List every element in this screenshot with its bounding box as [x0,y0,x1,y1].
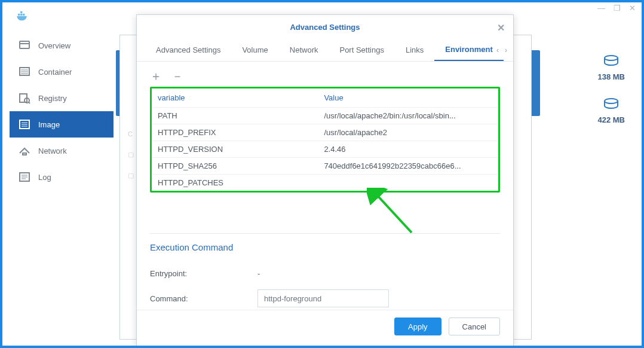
sidebar-item-label: Network [38,146,67,155]
docker-whale-icon [16,10,31,25]
execution-command-title: Execution Command [150,242,500,252]
env-variable: HTTPD_SHA256 [152,158,318,175]
disk-size-label: 138 MB [597,72,625,81]
svg-point-22 [605,56,618,60]
cancel-button[interactable]: Cancel [449,318,500,335]
sidebar-item-overview[interactable]: Overview [10,32,114,59]
command-input[interactable] [257,289,389,307]
modal-title: Advanced Settings [290,23,360,32]
svg-rect-1 [20,14,22,16]
env-variable: HTTPD_VERSION [152,141,318,158]
log-icon [18,170,31,184]
disk-size-label: 422 MB [597,115,625,124]
underlying-panel-content: C▢▢ [128,130,134,179]
env-header-value[interactable]: Value [318,88,498,108]
svg-line-12 [29,102,30,103]
storage-disk-0: 138 MB [597,55,625,81]
sidebar-item-image[interactable]: Image [10,111,114,138]
env-row[interactable]: HTTPD_PREFIX /usr/local/apache2 [152,124,498,141]
env-table-highlight: variable Value PATH /usr/local/apache2/b… [150,87,500,193]
svg-rect-17 [23,153,26,155]
sidebar-item-label: Registry [38,94,67,103]
tabs-scroll-right-icon[interactable]: › [505,46,507,54]
window-maximize-button[interactable]: ❐ [614,4,621,11]
tab-advanced-settings[interactable]: Advanced Settings [145,39,231,61]
sidebar-item-label: Overview [38,41,70,50]
env-header-variable[interactable]: variable [152,88,318,108]
disk-icon [603,98,620,113]
tab-network[interactable]: Network [279,39,329,61]
entrypoint-value: - [257,269,260,278]
command-label: Command: [150,294,257,303]
sidebar-item-network[interactable]: Network [10,138,114,164]
sidebar: Overview Container Registry Image Networ… [10,32,114,343]
env-row[interactable]: PATH /usr/local/apache2/bin:/usr/local/s… [152,108,498,124]
sidebar-item-label: Log [38,173,51,182]
env-row[interactable]: HTTPD_SHA256 740eddf6e1c641992b22359cabc… [152,158,498,175]
env-value [318,175,498,191]
overview-icon [18,39,31,52]
svg-rect-3 [20,11,22,13]
close-icon[interactable]: ✕ [497,22,505,33]
network-icon [18,144,31,157]
sidebar-item-log[interactable]: Log [10,164,114,190]
add-env-button[interactable]: ＋ [150,70,162,82]
tab-volume[interactable]: Volume [231,39,278,61]
tab-links[interactable]: Links [395,39,434,61]
apply-button[interactable]: Apply [394,318,441,335]
sidebar-item-label: Container [38,68,72,77]
sidebar-item-container[interactable]: Container [10,59,114,85]
window-close-button[interactable]: ✕ [629,4,636,11]
disk-icon [603,55,620,70]
env-row[interactable]: HTTPD_PATCHES [152,175,498,191]
tab-port-settings[interactable]: Port Settings [329,39,394,61]
svg-rect-4 [20,41,29,48]
env-value: /usr/local/apache2/bin:/usr/local/sbin..… [318,108,498,124]
entrypoint-label: Entrypoint: [150,269,257,278]
tabs-scroll-left-icon[interactable]: ‹ [496,46,499,54]
container-icon [18,65,31,78]
remove-env-button[interactable]: － [171,70,183,82]
env-table[interactable]: variable Value PATH /usr/local/apache2/b… [152,88,498,191]
sidebar-item-registry[interactable]: Registry [10,85,114,111]
env-variable: HTTPD_PREFIX [152,124,318,141]
env-value: 740eddf6e1c641992b22359cabc66e6... [318,158,498,175]
env-row[interactable]: HTTPD_VERSION 2.4.46 [152,141,498,158]
svg-point-23 [605,99,618,103]
registry-icon [18,91,31,105]
tab-environment[interactable]: Environment [434,39,503,61]
modal-tabs: Advanced Settings Volume Network Port Se… [137,39,513,62]
sidebar-item-label: Image [38,120,60,129]
env-value: /usr/local/apache2 [318,124,498,141]
image-icon [18,118,31,131]
storage-disk-1: 422 MB [597,98,625,124]
env-variable: HTTPD_PATCHES [152,175,318,191]
window-minimize-button[interactable]: — [597,4,605,11]
env-variable: PATH [152,108,318,124]
advanced-settings-modal: Advanced Settings ✕ Advanced Settings Vo… [136,14,514,347]
svg-rect-2 [23,14,24,16]
svg-rect-0 [18,14,20,16]
env-value: 2.4.46 [318,141,498,158]
